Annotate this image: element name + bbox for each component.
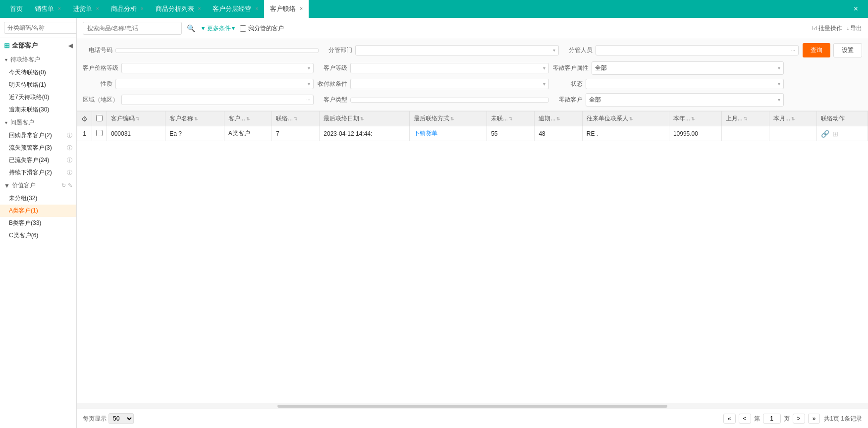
sidebar-item-today[interactable]: 今天待联络(0) — [0, 66, 76, 79]
sidebar-group-pending[interactable]: ▼ 待联络客户 — [0, 53, 76, 66]
sidebar-item-class-c[interactable]: C类客户(6) — [0, 229, 76, 242]
info-icon-churn-warning: ⓘ — [67, 144, 72, 152]
sort-icon-code[interactable]: ⇅ — [136, 116, 140, 121]
first-page-button[interactable]: « — [723, 414, 736, 424]
sidebar-item-class-a[interactable]: A类客户(1) — [0, 205, 76, 217]
person-more-icon: ··· — [791, 48, 795, 53]
col-settings: ⚙ — [77, 111, 92, 126]
filter-dept-select[interactable]: ▾ — [355, 45, 558, 55]
sidebar-item-7days[interactable]: 近7天待联络(0) — [0, 91, 76, 104]
settings-button[interactable]: 设置 — [833, 43, 862, 57]
sidebar-item-churned[interactable]: 已流失客户(24) ⓘ — [0, 154, 76, 166]
last-page-button[interactable]: » — [808, 414, 820, 424]
prev-page-button[interactable]: < — [739, 414, 751, 424]
row-link-action[interactable]: 🔗 — [821, 130, 829, 138]
sort-icon-last-date[interactable]: ⇅ — [360, 116, 364, 121]
nav-sales[interactable]: 销售单 × — [29, 0, 67, 18]
filter-person-select[interactable]: ··· — [596, 45, 799, 55]
filter-customer-level-select[interactable]: ▾ — [350, 63, 548, 73]
my-customers-checkbox[interactable] — [240, 25, 246, 32]
sort-icon-this-month[interactable]: ⇅ — [791, 116, 795, 121]
filter-payment-label: 收付款条件 — [318, 80, 347, 88]
nav-product-analysis-list[interactable]: 商品分析列表 × — [150, 0, 207, 18]
sort-icon-this-year[interactable]: ⇅ — [691, 116, 695, 121]
col-this-year: 本年... ⇅ — [669, 111, 721, 126]
sidebar-item-repurchase-abnormal[interactable]: 回购异常客户(2) ⓘ — [0, 129, 76, 142]
sort-icon-overdue[interactable]: ⇅ — [556, 116, 560, 121]
nav-customer-contact[interactable]: 客户联络 × — [264, 0, 309, 18]
search-bar: 🔍 ▼ 更多条件 ▾ 我分管的客户 ☑ 批量操作 ↓ 导出 — [77, 18, 868, 39]
filter-nature-select[interactable]: ▾ — [115, 79, 314, 89]
sidebar-all-customers[interactable]: ⊞ 全部客户 ◀ — [0, 38, 76, 53]
sort-icon-contact[interactable]: ⇅ — [294, 116, 298, 121]
filter-nature: 性质 ▾ — [83, 79, 314, 89]
filter-icon: ▼ — [200, 25, 206, 32]
filter-price-level-select[interactable]: ▾ — [121, 63, 314, 73]
table-area: ⚙ 客户编码 ⇅ 客户名称 — [77, 111, 868, 403]
sidebar-item-declining[interactable]: 持续下滑客户(2) ⓘ — [0, 166, 76, 179]
nav-home[interactable]: 首页 — [4, 0, 29, 18]
page-size-select[interactable]: 50 100 200 — [108, 413, 134, 424]
query-button[interactable]: 查询 — [803, 43, 830, 57]
more-filters-button[interactable]: ▼ 更多条件 ▾ — [200, 24, 235, 33]
close-purchase-tab[interactable]: × — [96, 0, 99, 18]
sort-icon-type[interactable]: ⇅ — [246, 116, 250, 121]
main-search-icon[interactable]: 🔍 — [187, 24, 195, 32]
filter-customer-type-input[interactable] — [350, 98, 548, 103]
filter-price-level: 客户价格等级 ▾ — [83, 63, 314, 73]
close-sales-tab[interactable]: × — [58, 0, 61, 18]
filter-scattered-attr: 零散客户属性 全部 ▾ — [553, 61, 784, 75]
sidebar-group-problem[interactable]: ▼ 问题客户 — [0, 116, 76, 129]
filter-scattered-customer-select[interactable]: 全部 ▾ — [586, 93, 784, 107]
sort-icon-name[interactable]: ⇅ — [194, 116, 198, 121]
filter-status-label: 状态 — [553, 80, 583, 88]
close-product-analysis-tab[interactable]: × — [141, 0, 144, 18]
nav-product-analysis[interactable]: 商品分析 × — [105, 0, 150, 18]
filter-status-select[interactable]: ▾ — [586, 79, 784, 89]
last-contact-method-link[interactable]: 下销货单 — [414, 130, 437, 137]
filter-scattered-attr-select[interactable]: 全部 ▾ — [592, 61, 784, 75]
page-size-selector: 每页显示 50 100 200 — [83, 413, 134, 424]
filter-phone-input[interactable] — [115, 48, 319, 53]
sidebar-item-tomorrow[interactable]: 明天待联络(1) — [0, 79, 76, 91]
close-customer-tier-tab[interactable]: × — [255, 0, 258, 18]
sort-icon-last-month[interactable]: ⇅ — [744, 116, 748, 121]
sidebar-item-class-b[interactable]: B类客户(33) — [0, 217, 76, 229]
close-product-analysis-list-tab[interactable]: × — [198, 0, 201, 18]
col-contact-person: 往来单位联系人 ⇅ — [582, 111, 669, 126]
sort-icon-no-contact[interactable]: ⇅ — [509, 116, 513, 121]
nav-customer-tier[interactable]: 客户分层经营 × — [207, 0, 264, 18]
refresh-icon[interactable]: ↻ — [61, 182, 66, 189]
sidebar-search-input[interactable] — [4, 22, 77, 34]
edit-icon[interactable]: ✎ — [68, 182, 72, 189]
sidebar-collapse-btn[interactable]: ◀ — [68, 43, 72, 49]
horizontal-scrollbar[interactable] — [277, 405, 667, 408]
col-overdue: 逾期... ⇅ — [535, 111, 582, 126]
batch-op-button[interactable]: ☑ 批量操作 — [812, 24, 842, 33]
page-number-input[interactable] — [763, 414, 781, 424]
filter-region-select[interactable]: ··· — [121, 95, 314, 105]
my-customers-checkbox-label[interactable]: 我分管的客户 — [240, 24, 284, 33]
sidebar-item-churn-warning[interactable]: 流失预警客户(3) ⓘ — [0, 142, 76, 154]
export-button[interactable]: ↓ 导出 — [846, 24, 862, 33]
sidebar-group-value[interactable]: ▼ 价值客户 ↻ ✎ — [0, 179, 76, 192]
row-checkbox[interactable] — [96, 130, 103, 136]
price-level-dropdown-icon: ▾ — [308, 65, 310, 71]
sort-icon-last-method[interactable]: ⇅ — [450, 116, 454, 121]
close-customer-contact-tab[interactable]: × — [300, 0, 303, 18]
filter-status: 状态 ▾ — [553, 79, 784, 89]
sidebar-item-overdue[interactable]: 逾期未联络(30) — [0, 104, 76, 116]
row-customer-name[interactable]: Ea ? — [165, 126, 224, 141]
nav-purchase[interactable]: 进货单 × — [67, 0, 105, 18]
select-all-checkbox[interactable] — [96, 115, 103, 121]
window-close-button[interactable]: × — [848, 4, 864, 13]
sort-icon-contact-person[interactable]: ⇅ — [629, 116, 633, 121]
next-page-button[interactable]: > — [793, 414, 805, 424]
filter-payment: 收付款条件 ▾ — [318, 79, 548, 89]
sidebar-item-unclassified[interactable]: 未分组(32) — [0, 192, 76, 205]
table-settings-icon[interactable]: ⚙ — [81, 115, 88, 123]
row-grid-action[interactable]: ⊞ — [832, 130, 838, 138]
filter-payment-select[interactable]: ▾ — [350, 79, 548, 89]
main-search-input[interactable] — [83, 22, 182, 35]
customer-table: ⚙ 客户编码 ⇅ 客户名称 — [77, 111, 868, 141]
